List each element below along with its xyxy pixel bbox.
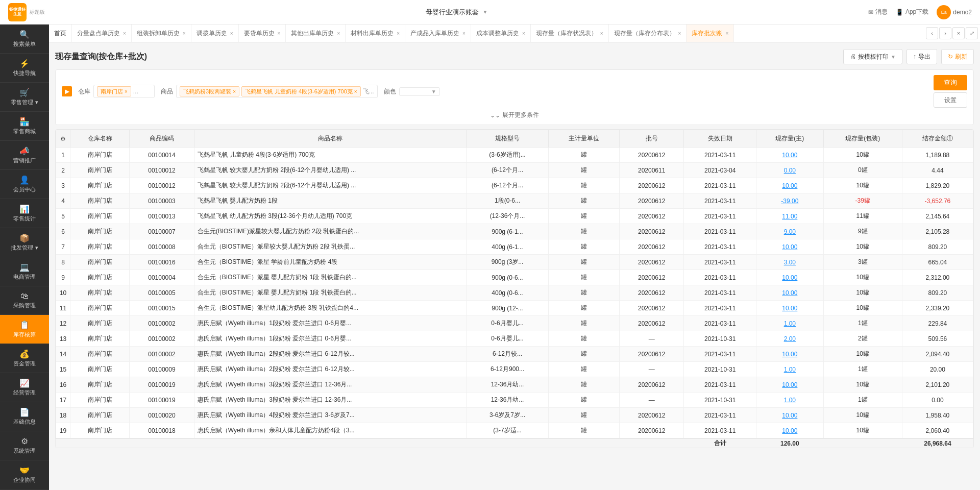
tab-close-icon[interactable]: × [230,31,233,36]
tab-close-icon[interactable]: × [725,31,728,36]
td-expiry: 2021-03-11 [684,270,756,285]
td-qty-main[interactable]: 2.00 [756,331,823,347]
refresh-button[interactable]: ↻ 刷新 [941,49,974,64]
td-code: 00100008 [130,239,194,255]
filter-expand-toggle[interactable]: ▶ [62,86,72,96]
print-button[interactable]: 🖨 按模板打印 ▼ [843,49,902,64]
tab-close-icon[interactable]: × [278,31,281,36]
th-settings[interactable]: ⚙ [56,130,70,148]
td-qty-main[interactable]: -39.00 [756,193,823,209]
sidebar-item-快捷导航[interactable]: ⚡ 快捷导航 [0,54,49,83]
app-download-btn[interactable]: 📱 App下载 [896,8,928,16]
sidebar-item-营销推广[interactable]: 📣 营销推广 [0,141,49,170]
sidebar-item-库存核算[interactable]: 📋 库存核算 [0,315,49,344]
col-settings-icon[interactable]: ⚙ [60,135,66,142]
tab-close-icon[interactable]: × [678,31,681,36]
product-tag-1-close[interactable]: × [233,89,236,94]
nav-tab-要货单历史[interactable]: 要货单历史× [239,24,286,42]
sidebar-item-经营管理[interactable]: 📈 经营管理 [0,373,49,402]
td-qty-main[interactable]: 10.00 [756,423,823,439]
settings-button[interactable]: 设置 [934,92,967,108]
td-warehouse: 南岸门店 [70,193,130,209]
nav-tab-分量盘点单历史[interactable]: 分量盘点单历史× [72,24,132,42]
sidebar-item-零售管理[interactable]: 🛒 零售管理 ▾ [0,83,49,112]
sidebar-item-会员中心[interactable]: 👤 会员中心 [0,170,49,199]
tab-close-icon[interactable]: × [397,31,400,36]
tab-close-icon[interactable]: × [522,31,525,36]
sidebar-item-搜索菜单[interactable]: 🔍 搜索菜单 [0,24,49,54]
td-batch: 20200612 [619,148,683,163]
warehouse-tag-close[interactable]: × [125,89,128,94]
td-qty-main[interactable]: 1.00 [756,393,823,408]
nav-tab-首页[interactable]: 首页 [49,24,72,42]
th-expiry: 失效日期 [684,130,756,148]
sidebar-item-企业协同[interactable]: 🤝 企业协同 [0,460,49,489]
sidebar-item-资金管理[interactable]: 💰 资金管理 [0,344,49,373]
print-dropdown-icon[interactable]: ▼ [891,54,896,60]
search-button[interactable]: 查询 [934,75,967,90]
nav-tab-成本调整单历史[interactable]: 成本调整单历史× [471,24,531,42]
td-unit: 罐 [548,347,619,362]
td-qty-main[interactable]: 10.00 [756,377,823,393]
tab-close-icon[interactable]: × [462,31,465,36]
warehouse-tag-container[interactable]: 南岸门店 × ... [93,85,155,98]
td-qty-main[interactable]: 11.00 [756,209,823,224]
tab-close-icon[interactable]: × [123,31,126,36]
tab-fullscreen-btn[interactable]: ⤢ [966,27,978,39]
td-qty-main[interactable]: 9.00 [756,224,823,239]
product-more[interactable]: 飞... [363,87,374,96]
td-qty-main[interactable]: 10.00 [756,347,823,362]
td-qty-main[interactable]: 1.00 [756,316,823,331]
warehouse-more-dots[interactable]: ... [133,88,138,95]
td-qty-main[interactable]: 10.00 [756,148,823,163]
product-tag-container[interactable]: 飞鹤奶粉3段两罐装 × 飞鹤星飞帆 儿童奶粉 4段(3-6岁适用) 700克 ×… [176,85,378,98]
user-profile[interactable]: Ea demo2 [937,5,972,19]
tab-close-icon[interactable]: × [600,31,603,36]
td-qty-main[interactable]: 10.00 [756,270,823,285]
sidebar-item-电商管理[interactable]: 💻 电商管理 [0,257,49,286]
nav-tab-库存批次账[interactable]: 库存批次账× [687,24,734,42]
color-dropdown-icon[interactable]: ▼ [431,89,436,94]
message-btn[interactable]: ✉ 消息 [868,8,888,16]
tab-close-icon[interactable]: × [337,31,340,36]
td-qty-main[interactable]: 10.00 [756,285,823,301]
sidebar-item-基础信息[interactable]: 📄 基础信息 [0,402,49,431]
export-button[interactable]: ↑ 导出 [906,49,937,64]
tab-prev-btn[interactable]: ‹ [926,27,938,39]
sidebar-icon: 🛒 [2,88,47,97]
sidebar-label: 零售统计 [2,215,47,223]
tab-next-btn[interactable]: › [939,27,951,39]
sidebar-item-采购管理[interactable]: 🛍 采购管理 [0,286,49,315]
th-spec: 规格型号 [467,130,549,148]
nav-tab-现存量（库存状况表）[interactable]: 现存量（库存状况表）× [531,24,609,42]
nav-tab-现存量（库存分布表）[interactable]: 现存量（库存分布表）× [609,24,687,42]
tab-close-icon[interactable]: × [183,31,186,36]
sidebar-item-系统管理[interactable]: ⚙ 系统管理 [0,431,49,460]
product-tag-2-close[interactable]: × [354,89,357,94]
sidebar-item-批发管理[interactable]: 📦 批发管理 ▾ [0,228,49,257]
td-qty-main[interactable]: 3.00 [756,255,823,270]
sidebar-item-零售商城[interactable]: 🏪 零售商城 [0,112,49,141]
expand-conditions-btn[interactable]: ⌄⌄ 展开更多条件 [490,111,539,119]
company-selector[interactable]: 母婴行业演示账套 ▼ [426,8,488,17]
company-dropdown-icon[interactable]: ▼ [483,9,488,15]
nav-tab-组装拆卸单历史[interactable]: 组装拆卸单历史× [132,24,191,42]
td-qty-main[interactable]: 1.00 [756,362,823,377]
td-qty-main[interactable]: 10.00 [756,178,823,193]
td-qty-main[interactable]: 10.00 [756,239,823,255]
nav-tab-材料出库单历史[interactable]: 材料出库单历史× [346,24,405,42]
table-row: 11 南岸门店 00100015 合生元（BIOSTIME）派星幼儿配方奶粉 3… [56,301,973,316]
td-qty-main[interactable]: 0.00 [756,163,823,178]
sidebar-item-零售统计[interactable]: 📊 零售统计 [0,199,49,228]
td-qty-pkg: 10罐 [823,148,902,163]
tab-close-btn[interactable]: × [952,27,965,39]
nav-tab-产成品入库单历史[interactable]: 产成品入库单历史× [405,24,471,42]
nav-tab-其他出库单历史[interactable]: 其他出库单历史× [286,24,346,42]
td-expiry: 2021-03-11 [684,377,756,393]
color-tag-container[interactable]: ▼ [399,87,440,96]
td-qty-main[interactable]: 10.00 [756,408,823,423]
message-icon: ✉ [868,9,873,16]
nav-tab-调拨单历史[interactable]: 调拨单历史× [191,24,239,42]
td-qty-main[interactable]: 10.00 [756,301,823,316]
table-row: 2 南岸门店 00100012 飞鹤星飞帆 较大婴儿配方奶粉 2段(6-12个月… [56,163,973,178]
